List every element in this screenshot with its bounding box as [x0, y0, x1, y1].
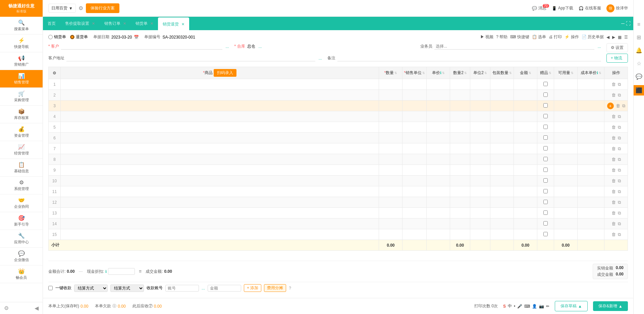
- row-pkg-cell[interactable]: [490, 79, 514, 90]
- row-unit2-cell[interactable]: [470, 133, 490, 143]
- industry-select[interactable]: 日用百货 ▼: [48, 4, 76, 13]
- gift-checkbox[interactable]: [543, 221, 548, 226]
- row-amount-cell[interactable]: [514, 165, 537, 176]
- row-avail-cell[interactable]: [554, 218, 578, 229]
- row-pkg-cell[interactable]: [490, 229, 514, 240]
- copy-row-icon[interactable]: ⧉: [618, 210, 621, 216]
- select-action[interactable]: 📋 选单: [532, 34, 546, 40]
- row-gift-cell[interactable]: [537, 176, 554, 186]
- row-cost-cell[interactable]: [578, 218, 604, 229]
- row-pkg-cell[interactable]: [490, 122, 514, 133]
- delete-row-icon[interactable]: 🗑: [611, 232, 616, 237]
- row-gift-cell[interactable]: [537, 111, 554, 122]
- row-unit2-cell[interactable]: [470, 79, 490, 90]
- row-product-cell[interactable]: [61, 218, 379, 229]
- rp-star-icon[interactable]: ☆: [635, 59, 643, 68]
- sidebar-item-finance[interactable]: 💰 资金管理: [0, 123, 43, 141]
- account-dots-btn[interactable]: ...: [202, 286, 205, 291]
- sidebar-item-wechat[interactable]: 💬 企业微信: [0, 248, 43, 265]
- row-unit-cell[interactable]: [402, 208, 427, 218]
- gift-checkbox[interactable]: [543, 200, 548, 204]
- gift-checkbox[interactable]: [543, 178, 548, 183]
- row-avail-cell[interactable]: [554, 133, 578, 143]
- row-unit-cell[interactable]: [402, 90, 427, 101]
- fee-help-icon[interactable]: ?: [289, 286, 291, 291]
- row-qty2-cell[interactable]: [450, 101, 470, 111]
- row-price-cell[interactable]: [427, 133, 450, 143]
- row-pkg-cell[interactable]: [490, 154, 514, 165]
- copy-row-icon[interactable]: ⧉: [618, 232, 621, 237]
- row-unit2-cell[interactable]: [470, 186, 490, 197]
- row-unit-cell[interactable]: [402, 165, 427, 176]
- copy-row-icon[interactable]: ⧉: [618, 146, 621, 151]
- row-qty2-cell[interactable]: [450, 154, 470, 165]
- row-price-cell[interactable]: [427, 122, 450, 133]
- help-action[interactable]: ? 帮助: [496, 34, 507, 40]
- amount-input[interactable]: [208, 285, 241, 292]
- rp-orange-icon[interactable]: ⬛: [634, 85, 644, 96]
- tab-sales-order[interactable]: 销售订单 ✕: [100, 17, 131, 30]
- row-avail-cell[interactable]: [554, 197, 578, 208]
- copy-row-icon[interactable]: ⧉: [622, 103, 625, 109]
- row-pkg-cell[interactable]: [490, 176, 514, 186]
- row-avail-cell[interactable]: [554, 208, 578, 218]
- row-unit2-cell[interactable]: [470, 208, 490, 218]
- rp-list-icon[interactable]: ≡: [636, 20, 642, 29]
- sidebar-item-quicknav[interactable]: ⚡ 快捷导航: [0, 35, 43, 52]
- gift-checkbox[interactable]: [543, 210, 548, 215]
- row-price-cell[interactable]: [427, 101, 450, 111]
- salesperson-select-btn[interactable]: ...: [598, 44, 601, 49]
- gift-checkbox[interactable]: [543, 125, 548, 129]
- row-avail-cell[interactable]: [554, 229, 578, 240]
- row-qty-cell[interactable]: [379, 143, 402, 154]
- row-qty2-cell[interactable]: [450, 79, 470, 90]
- add-payment-button[interactable]: + 添加: [244, 284, 261, 292]
- sidebar-item-collab[interactable]: 🤝 企业协同: [0, 194, 43, 212]
- customer-input[interactable]: [61, 43, 222, 50]
- radio-delivery[interactable]: 销货单: [48, 34, 66, 40]
- row-unit2-cell[interactable]: [470, 111, 490, 122]
- row-qty-cell[interactable]: [379, 122, 402, 133]
- row-amount-cell[interactable]: [514, 186, 537, 197]
- row-unit2-cell[interactable]: [470, 122, 490, 133]
- row-avail-cell[interactable]: [554, 143, 578, 154]
- row-qty2-cell[interactable]: [450, 197, 470, 208]
- row-gift-cell[interactable]: [537, 197, 554, 208]
- row-gift-cell[interactable]: [537, 165, 554, 176]
- row-amount-cell[interactable]: [514, 101, 537, 111]
- history-action[interactable]: 📄 历史单据: [582, 34, 604, 40]
- row-avail-cell[interactable]: [554, 122, 578, 133]
- row-gift-cell[interactable]: [537, 133, 554, 143]
- row-avail-cell[interactable]: [554, 101, 578, 111]
- user-profile-button[interactable]: 徐 徐泽华: [606, 4, 628, 12]
- row-price-cell[interactable]: [427, 208, 450, 218]
- row-unit2-cell[interactable]: [470, 165, 490, 176]
- row-pkg-cell[interactable]: [490, 143, 514, 154]
- copy-row-icon[interactable]: ⧉: [618, 178, 621, 184]
- row-unit-cell[interactable]: [402, 154, 427, 165]
- settle-method-select[interactable]: 结算方式: [74, 285, 108, 292]
- row-amount-cell[interactable]: [514, 208, 537, 218]
- row-product-cell[interactable]: [61, 122, 379, 133]
- operate-action[interactable]: ⚡ 操作: [565, 34, 579, 40]
- row-amount-cell[interactable]: [514, 229, 537, 240]
- gift-checkbox[interactable]: [543, 82, 548, 86]
- delete-row-icon[interactable]: 🗑: [611, 82, 616, 87]
- copy-row-icon[interactable]: ⧉: [618, 92, 621, 98]
- discount-input[interactable]: [108, 268, 135, 275]
- row-unit-cell[interactable]: [402, 229, 427, 240]
- calendar-icon[interactable]: 📅: [134, 35, 139, 40]
- sidebar-item-sales[interactable]: 📊 销售管理: [0, 70, 43, 88]
- row-amount-cell[interactable]: [514, 176, 537, 186]
- row-qty-cell[interactable]: [379, 208, 402, 218]
- row-product-cell[interactable]: [61, 229, 379, 240]
- row-cost-cell[interactable]: [578, 197, 604, 208]
- row-unit-cell[interactable]: [402, 143, 427, 154]
- trial-button[interactable]: 体验行业方案: [86, 3, 119, 13]
- row-product-cell[interactable]: [61, 111, 379, 122]
- one-key-payment-checkbox[interactable]: [48, 286, 53, 290]
- delete-row-icon[interactable]: 🗑: [611, 221, 616, 226]
- copy-row-icon[interactable]: ⧉: [618, 82, 621, 87]
- copy-row-icon[interactable]: ⧉: [618, 125, 621, 130]
- add-row-button[interactable]: +: [607, 103, 614, 109]
